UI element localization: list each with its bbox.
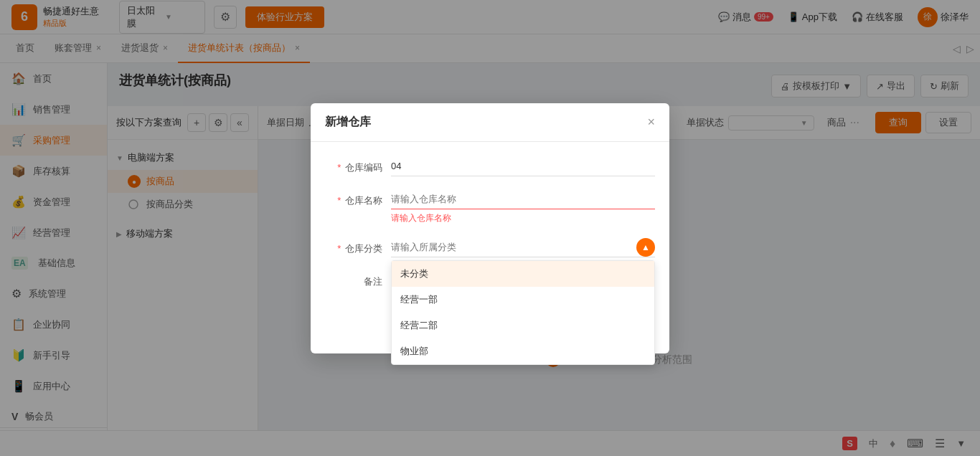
form-row-name: * 仓库名称 请输入仓库名称: [325, 189, 655, 224]
code-input[interactable]: [391, 156, 655, 176]
name-error-msg: 请输入仓库名称: [391, 212, 655, 224]
dropdown-option-dept3[interactable]: 物业部: [392, 338, 654, 364]
name-label: * 仓库名称: [325, 189, 382, 207]
form-row-code: * 仓库编码: [325, 156, 655, 176]
modal-header: 新增仓库 ×: [311, 103, 669, 142]
note-label: 备注: [325, 270, 382, 288]
name-field-wrapper: 请输入仓库名称: [391, 189, 655, 224]
modal-body: * 仓库编码 * 仓库名称 请输入仓库名称: [311, 142, 669, 309]
dropdown-option-dept1[interactable]: 经营一部: [392, 287, 654, 313]
modal-title: 新增仓库: [325, 115, 371, 130]
dropdown-option-dept2[interactable]: 经营二部: [392, 313, 654, 338]
form-row-category: * 仓库分类 ▲ 未分类 经营一部 经营二部 物业部: [325, 237, 655, 257]
code-field-wrapper: [391, 156, 655, 176]
chevron-up-icon: ▲: [641, 242, 650, 252]
name-input[interactable]: [391, 189, 655, 209]
category-label: * 仓库分类: [325, 237, 382, 255]
category-dropdown-menu: 未分类 经营一部 经营二部 物业部: [391, 260, 655, 365]
dropdown-option-unclassified[interactable]: 未分类: [392, 261, 654, 287]
category-input[interactable]: [391, 237, 655, 257]
modal-close-button[interactable]: ×: [647, 115, 655, 128]
modal-backdrop[interactable]: 新增仓库 × * 仓库编码 * 仓库名称: [0, 0, 980, 456]
category-field-wrapper: ▲ 未分类 经营一部 经营二部 物业部: [391, 237, 655, 257]
category-dropdown-toggle[interactable]: ▲: [636, 238, 655, 257]
code-label: * 仓库编码: [325, 156, 382, 174]
modal-add-warehouse: 新增仓库 × * 仓库编码 * 仓库名称: [311, 103, 669, 353]
